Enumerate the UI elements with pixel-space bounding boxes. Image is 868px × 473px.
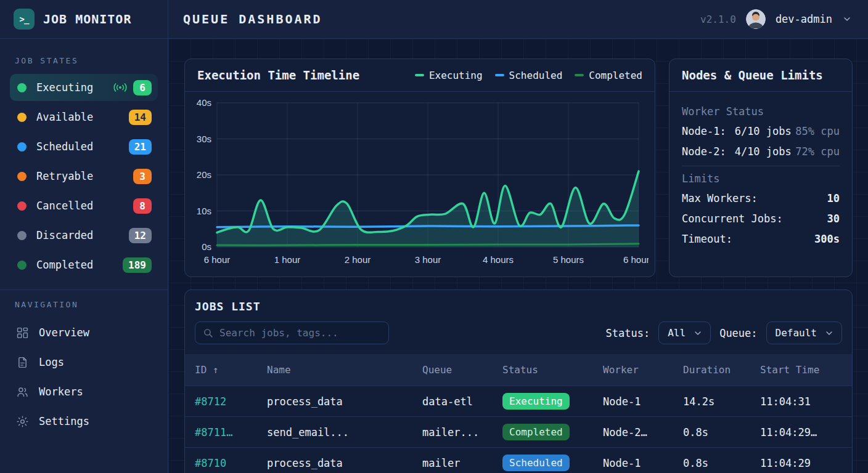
table-row[interactable]: #8710process_datamailerScheduledNode-10.… [185,447,852,473]
sidebar-state-executing[interactable]: Executing6 [10,74,158,101]
limit-label: Max Workers: [682,192,758,204]
state-dot [17,83,27,92]
worker-cpu: 85% cpu [795,125,840,137]
status-filter-value: All [668,327,686,339]
table-row[interactable]: #8711…send_email...mailer...CompletedNod… [185,416,852,447]
state-count-badge: 12 [129,228,152,243]
job-id-link[interactable]: #8710 [195,457,267,469]
job-id-link[interactable]: #8711… [195,426,267,439]
state-label: Retryable [36,170,93,182]
job-duration: 0.8s [683,426,760,439]
nav-item-label: Logs [39,356,64,368]
worker-name: Node-2: [682,145,726,158]
state-count-badge: 3 [133,169,152,184]
y-tick-label: 40s [197,97,211,108]
limit-value: 10 [827,192,840,204]
nodes-card-header: Nodes & Queue Limits [669,59,852,92]
job-states-list: Executing6Available14Scheduled21Retryabl… [10,74,158,278]
username-label: dev-admin [776,13,832,25]
legend-item-executing: Executing [415,70,483,81]
sidebar: JOB STATES Executing6Available14Schedule… [0,39,168,473]
column-header[interactable]: Status [502,364,603,376]
job-id-link[interactable]: #8712 [195,395,267,408]
status-filter-select[interactable]: All [658,321,711,344]
column-header[interactable]: Name [267,364,422,376]
sidebar-state-available[interactable]: Available14 [10,103,158,131]
worker-cpu: 72% cpu [795,145,840,158]
sidebar-item-logs[interactable]: Logs [10,347,158,377]
column-header[interactable]: Worker [603,364,683,376]
job-queue: mailer... [422,426,502,439]
x-tick-label: 3 hour [415,254,441,265]
x-tick-label: 4 hours [483,254,514,265]
column-header[interactable]: Start Time [760,364,842,376]
job-start-time: 11:04:29… [760,426,842,439]
nodes-card-divider [682,166,840,166]
jobs-table-header: ID ↑NameQueueStatusWorkerDurationStart T… [185,354,852,386]
chevron-down-icon[interactable] [842,14,852,24]
sidebar-state-completed[interactable]: Completed189 [10,251,158,278]
avatar-image [746,9,766,29]
x-tick-label: 6 hours [623,254,649,265]
logo-glyph: >_ [20,14,29,24]
column-header[interactable]: Queue [422,364,502,376]
jobs-controls: Status: All Queue: Default [195,321,842,344]
search-input[interactable] [219,327,381,339]
avatar[interactable] [746,9,766,29]
sidebar-item-overview[interactable]: Overview [10,318,158,347]
search-icon [203,328,213,338]
brand: >_ JOB MONITOR [0,0,168,38]
y-tick-label: 20s [197,169,211,180]
nodes-limits-card: Nodes & Queue Limits Worker Status Node-… [669,59,853,277]
limit-label: Timeout: [682,233,732,245]
state-dot [17,113,27,122]
status-badge: Scheduled [502,455,570,471]
sidebar-state-discarded[interactable]: Discarded12 [10,222,158,249]
worker-status-row: Node-2:4/10 jobs72% cpu [682,145,840,158]
column-header[interactable]: Duration [683,364,760,376]
state-label: Scheduled [36,140,93,153]
jobs-list-title: JOBS LIST [195,300,842,313]
search-box[interactable] [195,321,389,344]
live-broadcast-icon [112,82,128,93]
job-worker: Node-2… [603,426,683,439]
limits-label: Limits [682,172,840,185]
job-states-section-label: JOB STATES [15,56,158,65]
chart-plot-area: 40s30s20s10s0s6 hour1 hour2 hour3 hour4 … [185,92,655,274]
job-worker: Node-1 [603,457,683,469]
state-dot [17,201,27,211]
worker-status-label: Worker Status [682,105,840,118]
terminal-logo-icon: >_ [14,9,35,30]
job-start-time: 11:04:31 [760,395,842,408]
state-dot [17,142,27,152]
navigation-section-label: NAVIGATION [15,300,158,309]
legend-label: Executing [429,70,483,81]
state-right: 12 [129,228,152,243]
state-count-badge: 6 [133,80,152,95]
sidebar-state-cancelled[interactable]: Cancelled8 [10,192,158,219]
sidebar-item-workers[interactable]: Workers [10,377,158,406]
chevron-down-icon [824,328,834,338]
worker-jobs: 6/10 jobs [735,125,792,137]
chart-title: Execution Time Timeline [197,68,359,82]
column-header[interactable]: ID ↑ [195,364,267,376]
state-right: 3 [133,169,152,184]
table-row[interactable]: #8712process_datadata-etlExecutingNode-1… [185,386,852,416]
job-queue: mailer [422,457,502,469]
sidebar-state-retryable[interactable]: Retryable3 [10,163,158,190]
job-start-time: 11:04:29 [760,457,842,469]
queue-filter-value: Default [776,327,817,339]
nav-item-label: Settings [39,415,89,427]
header-right: v2.1.0 dev-admin [700,9,868,29]
sidebar-state-scheduled[interactable]: Scheduled21 [10,133,158,160]
jobs-table-body: #8712process_datadata-etlExecutingNode-1… [185,386,852,473]
sidebar-item-settings[interactable]: Settings [10,406,158,436]
status-filter-label: Status: [606,327,650,339]
state-count-badge: 14 [129,110,152,125]
queue-filter-select[interactable]: Default [766,321,842,344]
worker-name: Node-1: [682,125,726,137]
limits-list: Max Workers:10Concurrent Jobs:30Timeout:… [682,192,840,245]
job-name: process_data [267,457,422,469]
y-tick-label: 10s [197,206,211,216]
x-tick-label: 5 hours [553,254,584,265]
